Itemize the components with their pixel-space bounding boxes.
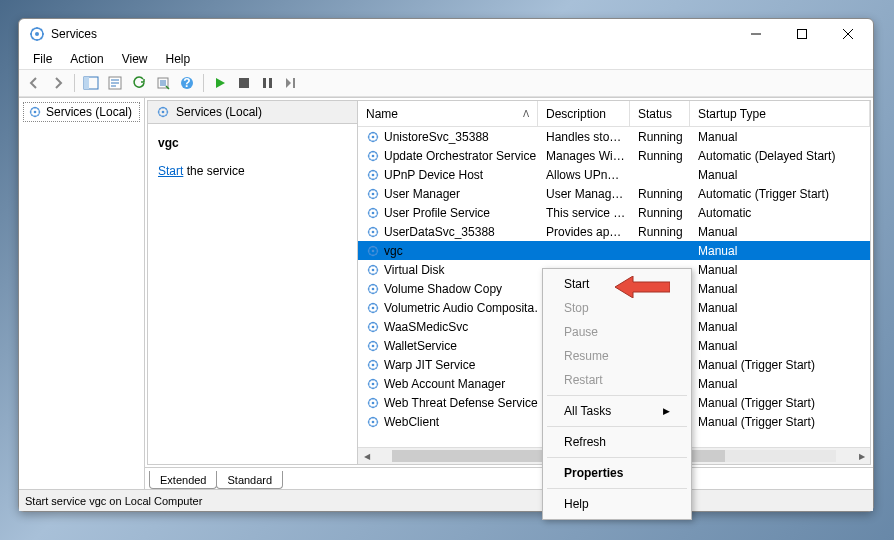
cell-description: Manages Wi… — [538, 149, 630, 163]
column-description[interactable]: Description — [538, 101, 630, 126]
statusbar: Start service vgc on Local Computer — [19, 489, 873, 511]
cell-startup: Manual — [690, 244, 870, 258]
svg-point-44 — [372, 382, 375, 385]
cell-name: UserDataSvc_35388 — [358, 225, 538, 239]
cell-status: Running — [630, 130, 690, 144]
svg-point-14 — [34, 111, 37, 114]
scroll-right-button[interactable]: ▶ — [853, 448, 870, 465]
column-startup[interactable]: Startup Type — [690, 101, 870, 126]
svg-point-26 — [372, 211, 375, 214]
cell-name: UPnP Device Host — [358, 168, 538, 182]
gear-icon — [366, 339, 380, 353]
svg-rect-9 — [239, 78, 249, 88]
svg-point-40 — [372, 344, 375, 347]
service-row[interactable]: UserDataSvc_35388Provides ap…RunningManu… — [358, 222, 870, 241]
window-controls — [733, 19, 871, 49]
menu-action[interactable]: Action — [62, 50, 111, 68]
column-name[interactable]: Nameᐱ — [358, 101, 538, 126]
menu-file[interactable]: File — [25, 50, 60, 68]
start-service-button[interactable] — [209, 72, 231, 94]
cell-startup: Manual — [690, 130, 870, 144]
show-hide-tree-button[interactable] — [80, 72, 102, 94]
svg-point-48 — [372, 420, 375, 423]
properties-button[interactable] — [104, 72, 126, 94]
cell-name: Volumetric Audio Composita… — [358, 301, 538, 315]
gear-icon — [366, 301, 380, 315]
gear-icon — [366, 377, 380, 391]
refresh-button[interactable] — [128, 72, 150, 94]
gear-icon — [366, 358, 380, 372]
start-service-link[interactable]: Start — [158, 164, 183, 178]
tree-root-item[interactable]: Services (Local) — [23, 102, 140, 122]
cell-startup: Manual — [690, 301, 870, 315]
cell-name: Web Threat Defense Service — [358, 396, 538, 410]
services-window: Services File Action View Help ? Servic — [18, 18, 874, 512]
maximize-button[interactable] — [779, 19, 825, 49]
ctx-stop: Stop — [546, 296, 688, 320]
svg-point-46 — [372, 401, 375, 404]
service-action-text: Start the service — [158, 164, 347, 178]
stop-service-button[interactable] — [233, 72, 255, 94]
ctx-resume: Resume — [546, 344, 688, 368]
service-row[interactable]: Update Orchestrator ServiceManages Wi…Ru… — [358, 146, 870, 165]
forward-button[interactable] — [47, 72, 69, 94]
scroll-left-button[interactable]: ◀ — [358, 448, 375, 465]
minimize-button[interactable] — [733, 19, 779, 49]
gear-icon — [366, 396, 380, 410]
cell-startup: Automatic (Delayed Start) — [690, 149, 870, 163]
tree-pane[interactable]: Services (Local) — [19, 98, 145, 489]
svg-point-36 — [372, 306, 375, 309]
svg-point-34 — [372, 287, 375, 290]
service-row[interactable]: User Profile ServiceThis service …Runnin… — [358, 203, 870, 222]
gear-icon — [366, 225, 380, 239]
back-button[interactable] — [23, 72, 45, 94]
gear-icon — [366, 263, 380, 277]
menu-view[interactable]: View — [114, 50, 156, 68]
svg-point-30 — [372, 249, 375, 252]
svg-rect-10 — [263, 78, 266, 88]
service-row[interactable]: User ManagerUser Manag…RunningAutomatic … — [358, 184, 870, 203]
selected-service-name: vgc — [158, 136, 347, 150]
cell-name: Virtual Disk — [358, 263, 538, 277]
cell-startup: Automatic (Trigger Start) — [690, 187, 870, 201]
cell-startup: Automatic — [690, 206, 870, 220]
pause-service-button[interactable] — [257, 72, 279, 94]
close-button[interactable] — [825, 19, 871, 49]
tab-extended[interactable]: Extended — [149, 471, 217, 489]
body: Services (Local) Services (Local) vgc St… — [19, 97, 873, 489]
titlebar[interactable]: Services — [19, 19, 873, 49]
ctx-restart: Restart — [546, 368, 688, 392]
cell-status: Running — [630, 225, 690, 239]
cell-startup: Manual (Trigger Start) — [690, 396, 870, 410]
cell-description: User Manag… — [538, 187, 630, 201]
export-list-button[interactable] — [152, 72, 174, 94]
cell-startup: Manual — [690, 377, 870, 391]
ctx-refresh[interactable]: Refresh — [546, 430, 688, 454]
service-row[interactable]: UnistoreSvc_35388Handles sto…RunningManu… — [358, 127, 870, 146]
ctx-properties[interactable]: Properties — [546, 461, 688, 485]
detail-pane: Services (Local) vgc Start the service — [148, 101, 358, 464]
help-button[interactable]: ? — [176, 72, 198, 94]
cell-name: UnistoreSvc_35388 — [358, 130, 538, 144]
menu-help[interactable]: Help — [158, 50, 199, 68]
ctx-help[interactable]: Help — [546, 492, 688, 516]
gear-icon — [366, 415, 380, 429]
cell-name: User Manager — [358, 187, 538, 201]
svg-point-20 — [372, 154, 375, 157]
detail-header-label: Services (Local) — [176, 105, 262, 119]
service-row[interactable]: UPnP Device HostAllows UPn…Manual — [358, 165, 870, 184]
ctx-all-tasks[interactable]: All Tasks▶ — [546, 399, 688, 423]
svg-text:?: ? — [183, 76, 190, 90]
cell-description: Allows UPn… — [538, 168, 630, 182]
sort-asc-icon: ᐱ — [523, 109, 529, 119]
cell-startup: Manual — [690, 339, 870, 353]
submenu-arrow-icon: ▶ — [663, 406, 670, 416]
tab-standard[interactable]: Standard — [216, 471, 283, 489]
cell-description: This service … — [538, 206, 630, 220]
restart-service-button[interactable] — [281, 72, 303, 94]
window-title: Services — [51, 27, 733, 41]
service-row[interactable]: vgcManual — [358, 241, 870, 260]
tree-root-label: Services (Local) — [46, 105, 132, 119]
svg-rect-11 — [269, 78, 272, 88]
column-status[interactable]: Status — [630, 101, 690, 126]
